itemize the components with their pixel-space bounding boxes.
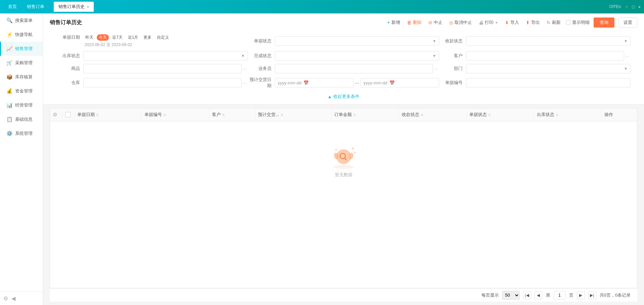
prev-page-btn[interactable]: ◀ (534, 291, 543, 299)
page-size-select[interactable]: 10 20 50 100 (502, 291, 520, 300)
th-customer-sort[interactable]: ⇅ (222, 113, 225, 117)
display-toggle[interactable]: 显示明细 (566, 20, 590, 26)
empty-row: ✦ ✦ ✦ 暂无数据 (50, 121, 637, 198)
calendar-start-icon: 📅 (303, 80, 309, 85)
sidebar-bottom: ⚙ ◀ (0, 292, 43, 305)
th-stock-status-label: 出库状态 (537, 112, 554, 118)
delivery-date-start[interactable]: yyyy-mm-dd 📅 (275, 78, 353, 87)
tab-sales-order[interactable]: 销售订单 × (22, 2, 53, 12)
order-status-select[interactable]: ▼ (275, 36, 439, 46)
add-button[interactable]: + 新增 (386, 19, 401, 26)
page-size-label: 每页显示 (481, 292, 499, 298)
first-page-btn[interactable]: |◀ (523, 291, 531, 299)
order-no-input[interactable] (466, 78, 631, 87)
product-input[interactable] (83, 64, 242, 73)
svg-text:✦: ✦ (353, 150, 357, 155)
complete-status-select[interactable]: ▼ (275, 51, 439, 61)
date-tag-yesterday[interactable]: 昨天 (83, 34, 95, 41)
query-button[interactable]: 查询 (594, 17, 614, 28)
next-page-btn[interactable]: ▶ (577, 291, 585, 299)
department-label: 部门 (439, 66, 466, 72)
sidebar-item-basic-info[interactable]: 📋 基础信息 (0, 112, 43, 126)
date-tag-1month[interactable]: 近1月 (126, 34, 140, 41)
salesman-input[interactable] (275, 64, 433, 73)
setting-button[interactable]: 设置 (618, 17, 637, 28)
window-maximize[interactable]: □ (632, 4, 635, 9)
delivery-date-start-placeholder: yyyy-mm-dd (278, 80, 302, 85)
sidebar-fund-mgmt-label: 资金管理 (15, 88, 33, 94)
window-close[interactable]: × (638, 4, 641, 9)
th-amount-sort[interactable]: ⇅ (353, 113, 356, 117)
th-action: 操作 (602, 108, 637, 121)
last-page-btn[interactable]: ▶| (588, 291, 596, 299)
export-button[interactable]: ⬆ 导出 (524, 19, 541, 26)
import-button[interactable]: ⬇ 导入 (504, 19, 520, 26)
sidebar-item-ops-mgmt[interactable]: 📊 经营管理 (0, 98, 43, 112)
date-label: 单据日期 (56, 34, 83, 40)
sidebar-item-purchase-mgmt[interactable]: 🛒 采购管理 (0, 56, 43, 70)
th-pay-status: 收款状态 ⇅ (399, 108, 467, 121)
date-tag-more[interactable]: 更多 (141, 34, 154, 41)
th-order-status-sort[interactable]: ⇅ (488, 113, 491, 117)
page-label-before: 第 (546, 292, 550, 298)
th-delivery-date-label: 预计交货... (258, 112, 279, 118)
tab-home[interactable]: 首页 (3, 2, 22, 12)
sales-mgmt-icon: 📈 (6, 46, 12, 52)
th-stock-status-sort[interactable]: ⇅ (556, 113, 558, 117)
warehouse-input[interactable] (83, 78, 242, 87)
sidebar-collapse-icon[interactable]: ◀ (11, 295, 15, 302)
tab-sales-order-history-close[interactable]: × (87, 5, 89, 9)
window-minimize[interactable]: － (625, 4, 629, 10)
warehouse-ellipsis[interactable]: ··· (242, 80, 248, 85)
date-tag-7days[interactable]: 近7天 (110, 34, 125, 41)
tab-sales-order-label: 销售订单 (27, 4, 44, 10)
page-number-input[interactable] (554, 291, 566, 300)
basic-info-icon: 📋 (6, 116, 12, 122)
order-status-label: 单据状态 (248, 38, 275, 44)
tab-sales-order-history[interactable]: 销售订单历史 × (54, 2, 93, 12)
delete-label: 删除 (413, 20, 422, 26)
sidebar-item-quick-nav[interactable]: ⚡ 快捷导航 (0, 28, 43, 42)
refresh-label: 刷新 (552, 20, 561, 26)
date-tag-custom[interactable]: 自定义 (155, 34, 171, 41)
sidebar-item-sys-mgmt[interactable]: ⚙️ 系统管理 (0, 126, 43, 141)
refresh-button[interactable]: ↻ 刷新 (545, 19, 562, 26)
table-container: ⚙ 单据日期 ⇅ (50, 108, 637, 288)
table-settings-icon[interactable]: ⚙ (53, 112, 57, 117)
sidebar-item-sales-mgmt[interactable]: 📈 销售管理 (0, 42, 43, 56)
sidebar-item-search-menu[interactable]: 🔍 搜索菜单 (0, 13, 43, 28)
th-settings: ⚙ (50, 108, 62, 121)
cancel-stop-button[interactable]: ◎ 取消中止 (448, 19, 473, 26)
stop-button[interactable]: ⊘ 中止 (427, 19, 444, 26)
collapse-row[interactable]: ▲ 收起更多条件 (56, 92, 631, 101)
salesman-ellipsis[interactable]: ··· (433, 66, 439, 71)
select-all-checkbox[interactable] (65, 112, 71, 117)
tab-sales-order-close[interactable]: × (46, 5, 48, 9)
product-ellipsis[interactable]: ··· (242, 66, 248, 71)
add-label: 新增 (391, 20, 400, 26)
refresh-icon: ↻ (547, 20, 551, 25)
pay-status-select[interactable]: ▼ (466, 36, 631, 46)
out-stock-select[interactable]: ▼ (83, 51, 248, 61)
table-header-row: ⚙ 单据日期 ⇅ (50, 108, 637, 121)
sidebar-item-inventory-check[interactable]: 📦 库存核算 (0, 70, 43, 84)
customer-input[interactable] (466, 51, 624, 61)
sidebar-item-fund-mgmt[interactable]: 💰 资金管理 (0, 84, 43, 98)
order-status-arrow: ▼ (432, 39, 436, 43)
th-pay-status-sort[interactable]: ⇅ (421, 113, 423, 117)
th-delivery-sort[interactable]: ⇅ (281, 113, 283, 117)
sidebar-sales-mgmt-label: 销售管理 (15, 46, 33, 52)
print-button[interactable]: 🖨 打印 ▼ (477, 19, 500, 26)
delivery-date-end[interactable]: yyyy-mm-dd 📅 (360, 78, 439, 87)
display-toggle-checkbox[interactable] (566, 20, 571, 25)
sys-mgmt-icon: ⚙️ (6, 130, 12, 137)
pagination-bar: 每页显示 10 20 50 100 |◀ ◀ 第 页 ▶ ▶| 共0页，0条记录 (50, 288, 637, 302)
th-order-no-sort[interactable]: ⇅ (163, 113, 166, 117)
department-select[interactable]: ▼ (466, 64, 631, 73)
purchase-mgmt-icon: 🛒 (6, 60, 12, 66)
customer-ellipsis[interactable]: ··· (624, 53, 631, 59)
date-tag-today[interactable]: 今天 (97, 34, 109, 41)
sidebar-settings-icon[interactable]: ⚙ (3, 295, 8, 302)
delete-button[interactable]: 🗑 删除 (405, 19, 423, 26)
th-date-sort[interactable]: ⇅ (96, 113, 99, 117)
